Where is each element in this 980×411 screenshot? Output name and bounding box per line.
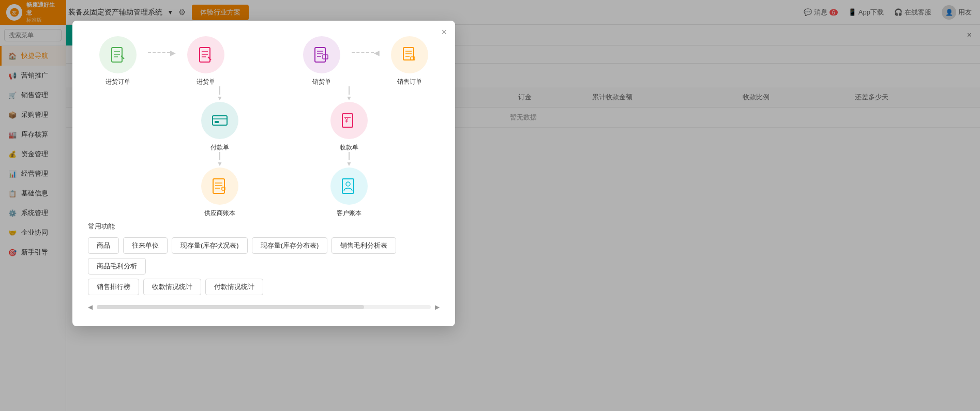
arrow-h-1: ▶ bbox=[148, 49, 176, 57]
func-btn-inventory-status[interactable]: 现存量(库存状况表) bbox=[172, 237, 248, 254]
customer-ledger-label: 客户账本 bbox=[337, 209, 361, 218]
svg-rect-26 bbox=[213, 179, 224, 193]
arrow-h-2: ◀ bbox=[352, 49, 380, 57]
main-area: 🏠 快捷导航 📢 营销推广 🛒 销售管理 📦 采购管理 🏭 库存核 bbox=[0, 25, 980, 411]
flow-sales-order[interactable]: 销售订单 bbox=[380, 36, 440, 86]
popup: × 进货订单 bbox=[72, 25, 455, 326]
flow-receipt[interactable]: ¥ 收款单 bbox=[315, 102, 383, 152]
sales-invoice-icon bbox=[303, 36, 340, 73]
sales-order-label: 销售订单 bbox=[397, 78, 422, 86]
flow-row-3: 供应商账本 客户账本 bbox=[88, 168, 440, 218]
arrow-v-receipt: ▼ bbox=[315, 152, 383, 168]
scroll-right-button[interactable]: ▶ bbox=[435, 303, 440, 311]
purchase-order-label: 进货订单 bbox=[105, 78, 130, 86]
sales-order-icon bbox=[391, 36, 428, 73]
scroll-left-button[interactable]: ◀ bbox=[88, 303, 93, 311]
popup-close-button[interactable]: × bbox=[441, 27, 447, 38]
svg-point-32 bbox=[346, 182, 350, 186]
flow-purchase-order[interactable]: 进货订单 bbox=[88, 36, 148, 86]
svg-text:¥: ¥ bbox=[344, 117, 349, 124]
flow-supplier-ledger[interactable]: 供应商账本 bbox=[186, 168, 253, 218]
purchase-receipt-icon bbox=[187, 36, 224, 73]
payment-label: 付款单 bbox=[210, 143, 229, 152]
scrollbar-track[interactable] bbox=[97, 305, 431, 309]
flow-row-1: 进货订单 ▶ 进 bbox=[88, 36, 440, 86]
svg-rect-6 bbox=[200, 48, 210, 62]
flow-arrows-down: ▼ ▼ bbox=[88, 86, 440, 102]
func-btn-sales-profit[interactable]: 销售毛利分析表 bbox=[331, 237, 396, 254]
arrow-v-payment: ▼ bbox=[186, 152, 253, 168]
svg-rect-2 bbox=[112, 48, 122, 62]
flow-sales-invoice[interactable]: 销货单 bbox=[292, 36, 352, 86]
function-buttons: 商品 往来单位 现存量(库存状况表) 现存量(库存分布表) 销售毛利分析表 商品… bbox=[88, 237, 440, 275]
func-btn-sales-rank[interactable]: 销售排行榜 bbox=[88, 279, 139, 295]
customer-ledger-icon bbox=[330, 168, 368, 205]
sales-invoice-label: 销货单 bbox=[312, 78, 331, 86]
supplier-ledger-icon bbox=[201, 168, 238, 205]
func-btn-inventory-dist[interactable]: 现存量(库存分布表) bbox=[252, 237, 328, 254]
func-btn-receipt-stats[interactable]: 收款情况统计 bbox=[143, 279, 201, 295]
scrollbar-thumb bbox=[97, 305, 364, 309]
flow-customer-ledger[interactable]: 客户账本 bbox=[315, 168, 383, 218]
func-btn-product-profit[interactable]: 商品毛利分析 bbox=[88, 258, 146, 275]
popup-scrollbar: ◀ ▶ bbox=[88, 303, 440, 311]
receipt-icon: ¥ bbox=[330, 102, 368, 139]
payment-icon bbox=[201, 102, 238, 139]
flow-purchase-receipt[interactable]: 进货单 bbox=[176, 36, 236, 86]
flow-row-2: 付款单 ¥ 收款单 bbox=[88, 102, 440, 152]
supplier-ledger-label: 供应商账本 bbox=[204, 209, 235, 218]
flow-arrows-down-2: ▼ ▼ bbox=[88, 152, 440, 168]
arrow-v-purchase: ▼ bbox=[186, 86, 253, 102]
svg-rect-20 bbox=[213, 116, 227, 125]
common-functions-section: 常用功能 商品 往来单位 现存量(库存状况表) 现存量(库存分布表) 销售毛利分… bbox=[88, 222, 440, 295]
app-wrapper: 友 畅康通好生意 标准版 装备及固定资产辅助管理系统 ▾ ⚙ 体验行业方案 💬 … bbox=[0, 0, 980, 411]
receipt-label: 收款单 bbox=[340, 143, 358, 152]
func-btn-product[interactable]: 商品 bbox=[88, 237, 119, 254]
purchase-receipt-label: 进货单 bbox=[197, 78, 215, 86]
overlay: × 进货订单 bbox=[66, 25, 980, 411]
content-area: 首页 销售订单执行表 × × ❓ 帮助 🖨 按模板打印 ▾ bbox=[66, 25, 980, 411]
common-functions-title: 常用功能 bbox=[88, 222, 440, 231]
purchase-order-icon bbox=[99, 36, 137, 73]
arrow-v-sales: ▼ bbox=[315, 86, 383, 102]
function-buttons-2: 销售排行榜 收款情况统计 付款情况统计 bbox=[88, 279, 440, 295]
flow-diagram: 进货订单 ▶ 进 bbox=[88, 36, 440, 218]
func-btn-contacts[interactable]: 往来单位 bbox=[123, 237, 168, 254]
flow-payment[interactable]: 付款单 bbox=[186, 102, 253, 152]
func-btn-payment-stats[interactable]: 付款情况统计 bbox=[205, 279, 263, 295]
svg-rect-22 bbox=[215, 121, 219, 123]
